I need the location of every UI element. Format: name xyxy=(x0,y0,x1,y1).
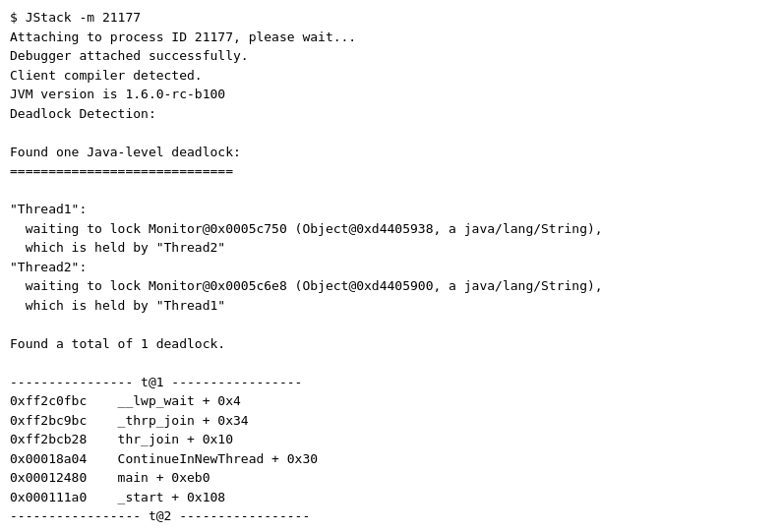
terminal-output: $ JStack -m 21177 Attaching to process I… xyxy=(10,8,770,526)
